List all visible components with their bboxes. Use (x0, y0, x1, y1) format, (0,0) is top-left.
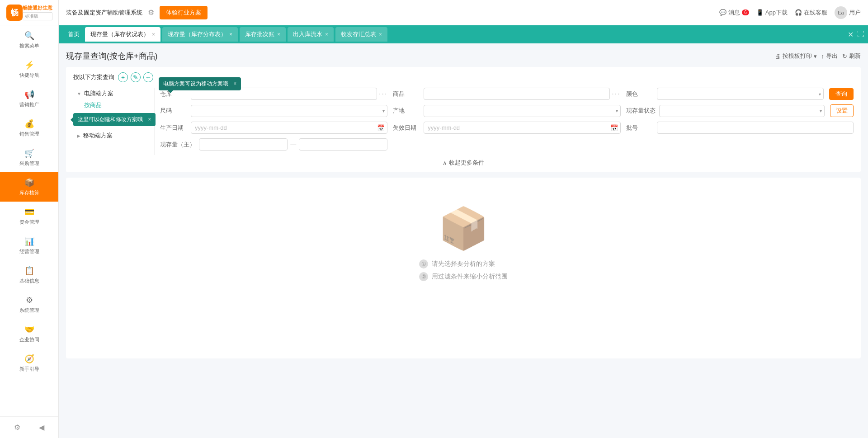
expand-tabs-icon[interactable]: ⛶ (857, 30, 864, 39)
topbar: 装备及固定资产辅助管理系统 ⚙ 体验行业方案 💬 消息 6 📱 App下载 🎧 … (59, 0, 868, 25)
message-btn[interactable]: 💬 消息 6 (719, 9, 749, 17)
app-download-btn[interactable]: 📱 App下载 (756, 9, 788, 17)
logo-area: 畅 畅捷通好生意 标准版 (0, 0, 58, 25)
tab-receive[interactable]: 收发存汇总表 × (335, 27, 387, 42)
expire-date-input[interactable] (424, 122, 620, 134)
sidebar-bottom: ⚙ ◀ (0, 416, 58, 438)
tab-close-inout[interactable]: × (325, 31, 328, 38)
phone-icon: 📱 (756, 9, 764, 16)
stock-qty-dash: — (290, 141, 296, 148)
tab-inventory-status[interactable]: 现存量（库存状况表） × (85, 27, 160, 42)
origin-select[interactable] (424, 105, 620, 117)
enterprise-nav-icon: 🤝 (24, 325, 34, 334)
page-title: 现存量查询(按仓库+商品) (66, 51, 158, 61)
sidebar-item-sales[interactable]: 💰 销售管理 (0, 113, 58, 143)
topbar-right: 💬 消息 6 📱 App下载 🎧 在线客服 Ea 用户 (719, 6, 861, 19)
settings-gear-icon[interactable]: ⚙ (148, 8, 154, 17)
sidebar-item-system[interactable]: ⚙ 系统管理 (0, 290, 58, 319)
page-content: 现存量查询(按仓库+商品) 🖨 按模板打印 ▾ ↑ 导出 ↻ 刷新 (59, 43, 868, 438)
scheme-mobile[interactable]: ▶ 移动端方案 (73, 130, 149, 141)
scheme-desktop[interactable]: ▼ 电脑端方案 (73, 88, 149, 99)
filter-stock-status: 现存量状态 ▾ 设置 (626, 104, 854, 117)
stock-qty-range: — (199, 138, 387, 151)
search-btn[interactable]: 查询 (829, 88, 854, 100)
sidebar-item-finance[interactable]: 💳 资金管理 (0, 202, 58, 231)
stock-status-label: 现存量状态 (626, 107, 656, 115)
filter-size: 尺码 ▾ (160, 104, 387, 117)
guide-nav-icon: 🧭 (24, 354, 34, 364)
prod-date-input[interactable] (191, 122, 387, 134)
settings-icon[interactable]: ⚙ (14, 423, 20, 432)
tab-close-batch[interactable]: × (277, 31, 280, 38)
filter-header: 按以下方案查询 + ✎ ← (73, 72, 854, 82)
filter-main: ▼ 电脑端方案 按商品 这里可以创建和修改方案哦 × (73, 88, 854, 155)
expire-date-label: 失效日期 (393, 124, 420, 132)
main-content: 装备及固定资产辅助管理系统 ⚙ 体验行业方案 💬 消息 6 📱 App下载 🎧 … (59, 0, 868, 438)
tab-home[interactable]: 首页 (62, 27, 85, 42)
filter-row-2: 尺码 ▾ 产地 (160, 104, 854, 117)
reset-btn[interactable]: 设置 (830, 104, 854, 117)
prod-date-cal-icon[interactable]: 📅 (377, 124, 385, 132)
scheme-default[interactable]: 按商品 (73, 99, 149, 111)
sidebar-item-guide[interactable]: 🧭 新手引导 (0, 349, 58, 378)
size-select[interactable] (191, 105, 387, 117)
warehouse-dots-menu[interactable]: ··· (379, 90, 387, 98)
tip-1-text: 请先选择要分析的方案 (432, 260, 495, 268)
stock-qty-max[interactable] (299, 138, 387, 151)
sidebar-item-search[interactable]: 🔍 搜索菜单 (0, 25, 58, 55)
prod-date-input-wrap: 📅 (191, 122, 387, 134)
expire-date-cal-icon[interactable]: 📅 (610, 124, 618, 132)
stock-qty-label: 现存量（主） (160, 141, 195, 149)
sidebar-item-operations[interactable]: 📊 经营管理 (0, 231, 58, 260)
back-scheme-btn[interactable]: ← (143, 72, 153, 82)
color-label: 颜色 (626, 90, 653, 98)
tab-inout[interactable]: 出入库流水 × (288, 27, 334, 42)
sidebar-item-purchase[interactable]: 🛒 采购管理 (0, 143, 58, 172)
sidebar-item-inventory[interactable]: 📦 库存核算 (0, 172, 58, 202)
collapse-btn[interactable]: ∧ 收起更多条件 (73, 159, 854, 167)
marketing-nav-icon: 📢 (24, 89, 34, 99)
tab-close-inventory-dist[interactable]: × (229, 31, 232, 38)
sales-nav-icon: 💰 (24, 119, 34, 129)
scheme-mobile-arrow: ▶ (77, 133, 80, 138)
support-btn[interactable]: 🎧 在线客服 (795, 9, 827, 17)
collapse-sidebar-icon[interactable]: ◀ (39, 423, 44, 432)
goods-input[interactable] (424, 88, 610, 100)
close-all-tabs-icon[interactable]: ✕ (848, 30, 854, 39)
export-btn[interactable]: ↑ 导出 (821, 52, 838, 60)
scheme-tooltip-close[interactable]: × (233, 80, 236, 87)
tab-close-inventory-status[interactable]: × (152, 31, 155, 38)
system-title: 装备及固定资产辅助管理系统 (66, 9, 142, 17)
print-btn[interactable]: 🖨 按模板打印 ▾ (775, 52, 817, 60)
edit-scheme-btn[interactable]: ✎ (131, 72, 141, 82)
filter-color: 颜色 ▾ 查询 (626, 88, 854, 100)
back-scheme-icon: ← (145, 74, 151, 81)
stock-status-select[interactable] (659, 105, 825, 117)
sidebar-nav: 🔍 搜索菜单 ⚡ 快捷导航 📢 营销推广 💰 销售管理 🛒 采购管理 📦 (0, 25, 58, 416)
tab-batch[interactable]: 库存批次账 × (240, 27, 286, 42)
goods-input-wrap: ··· (424, 88, 620, 100)
experience-btn[interactable]: 体验行业方案 (160, 6, 208, 19)
sidebar-item-quick[interactable]: ⚡ 快捷导航 (0, 55, 58, 84)
color-select[interactable] (657, 88, 824, 100)
export-icon: ↑ (821, 53, 825, 60)
prod-date-label: 生产日期 (160, 124, 187, 132)
user-btn[interactable]: Ea 用户 (835, 6, 861, 19)
batch-input[interactable] (657, 122, 854, 134)
goods-dots-menu[interactable]: ··· (612, 90, 620, 98)
add-scheme-btn[interactable]: + (118, 72, 128, 82)
logo-text: 畅捷通好生意 标准版 (23, 5, 52, 20)
inventory-nav-icon: 📦 (24, 178, 34, 188)
sidebar-item-basic[interactable]: 📋 基础信息 (0, 260, 58, 290)
tabbar: 首页 现存量（库存状况表） × 现存量（库存分布表） × 库存批次账 × 出入库… (59, 25, 868, 43)
sidebar-item-marketing[interactable]: 📢 营销推广 (0, 84, 58, 113)
tab-close-receive[interactable]: × (379, 31, 382, 38)
refresh-btn[interactable]: ↻ 刷新 (842, 52, 861, 60)
scheme-edit-tooltip-close[interactable]: × (148, 116, 151, 122)
topbar-left: 装备及固定资产辅助管理系统 ⚙ 体验行业方案 (66, 6, 208, 19)
filter-fields: 仓库 ··· 商品 ··· (155, 88, 854, 155)
stock-qty-min[interactable] (199, 138, 288, 151)
sidebar-item-enterprise[interactable]: 🤝 企业协同 (0, 319, 58, 349)
tab-inventory-dist[interactable]: 现存量（库存分布表） × (162, 27, 238, 42)
filter-header-actions: + ✎ ← (118, 72, 153, 82)
